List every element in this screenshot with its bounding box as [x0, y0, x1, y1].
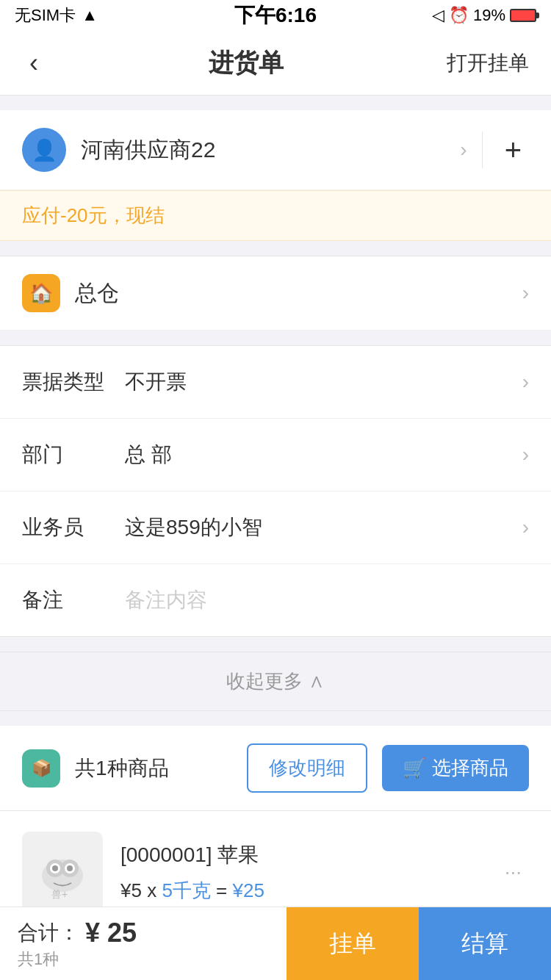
product-image: 兽+ [22, 832, 103, 912]
total-sub: 共1种 [18, 948, 269, 970]
department-chevron-icon: › [522, 443, 529, 466]
invoice-chevron-icon: › [522, 370, 529, 394]
product-quantity: 5千克 [162, 879, 210, 901]
form-row-salesperson[interactable]: 业务员 这是859的小智 › [0, 491, 551, 564]
cart-icon: 🛒 [403, 757, 426, 779]
price-unit: ¥5 [120, 879, 142, 901]
gap-1 [0, 96, 551, 110]
warehouse-row[interactable]: 🏠 总仓 › [0, 256, 551, 331]
location-icon: ◁ [432, 6, 444, 25]
svg-point-5 [52, 865, 58, 871]
form-row-invoice[interactable]: 票据类型 不开票 › [0, 346, 551, 419]
product-count-icon: 📦 [22, 749, 60, 788]
total-amount: ¥ 25 [85, 918, 137, 948]
back-button[interactable]: ‹ [22, 40, 46, 86]
select-product-button[interactable]: 🛒 选择商品 [382, 745, 529, 791]
page-title: 进货单 [209, 46, 284, 80]
checkout-label: 结算 [461, 928, 508, 960]
warehouse-icon: 🏠 [22, 274, 60, 312]
bottom-bar: 合计： ¥ 25 共1种 挂单 结算 [0, 907, 551, 980]
invoice-type-label: 票据类型 [22, 368, 110, 396]
status-right: ◁ ⏰ 19% [432, 6, 536, 25]
checkout-button[interactable]: 结算 [419, 907, 551, 980]
salesperson-value: 这是859的小智 [110, 514, 515, 541]
invoice-type-value: 不开票 [110, 368, 515, 396]
product-total: ¥25 [233, 879, 264, 901]
department-label: 部门 [22, 441, 110, 469]
department-value: 总 部 [110, 441, 515, 469]
form-section: 票据类型 不开票 › 部门 总 部 › 业务员 这是859的小智 › 备注 备注… [0, 345, 551, 637]
supplier-chevron-icon: › [460, 138, 467, 162]
product-header: 📦 共1种商品 修改明细 🛒 选择商品 [0, 726, 551, 811]
product-title: 苹果 [217, 843, 259, 866]
svg-point-6 [67, 865, 73, 871]
battery-icon [510, 9, 536, 22]
remark-label: 备注 [22, 586, 110, 614]
total-label: 合计： [18, 919, 79, 947]
status-left: 无SIM卡 ▲ [15, 4, 98, 26]
form-row-remark[interactable]: 备注 备注内容 [0, 564, 551, 636]
gap-4 [0, 711, 551, 726]
product-count-text: 共1种商品 [75, 754, 232, 782]
hang-label: 挂单 [329, 928, 376, 960]
divider [482, 131, 483, 168]
edit-detail-button[interactable]: 修改明细 [247, 743, 367, 793]
supplier-name: 河南供应商22 [81, 135, 453, 165]
battery-percent: 19% [473, 6, 505, 25]
salesperson-label: 业务员 [22, 514, 110, 541]
notice-bar: 应付-20元，现结 [0, 190, 551, 241]
alarm-icon: ⏰ [449, 6, 469, 25]
supplier-row[interactable]: 👤 河南供应商22 › + [0, 110, 551, 190]
product-id: [0000001] [120, 843, 212, 866]
salesperson-chevron-icon: › [522, 516, 529, 539]
supplier-avatar: 👤 [22, 128, 66, 172]
hang-button[interactable]: 挂单 [287, 907, 419, 980]
gap-2 [0, 241, 551, 256]
total-area: 合计： ¥ 25 共1种 [0, 907, 287, 980]
product-thumbnail: 兽+ [22, 832, 103, 912]
total-main: 合计： ¥ 25 [18, 918, 269, 948]
product-price: ¥5 x 5千克 = ¥25 [120, 878, 480, 904]
select-product-label: 选择商品 [432, 755, 508, 781]
warehouse-chevron-icon: › [522, 281, 529, 305]
open-hang-button[interactable]: 打开挂单 [447, 49, 529, 77]
wifi-icon: ▲ [82, 6, 98, 25]
remark-input[interactable]: 备注内容 [110, 586, 529, 614]
add-button[interactable]: + [497, 134, 529, 167]
status-bar: 无SIM卡 ▲ 下午6:16 ◁ ⏰ 19% [0, 0, 551, 31]
notice-text: 应付-20元，现结 [22, 204, 165, 226]
collapse-label: 收起更多 ∧ [226, 670, 324, 692]
collapse-button[interactable]: 收起更多 ∧ [0, 652, 551, 711]
nav-bar: ‹ 进货单 打开挂单 [0, 31, 551, 96]
form-row-department[interactable]: 部门 总 部 › [0, 419, 551, 491]
product-name: [0000001] 苹果 [120, 841, 480, 869]
svg-text:兽+: 兽+ [51, 888, 68, 900]
product-more-button[interactable]: ··· [497, 853, 529, 891]
status-time: 下午6:16 [234, 1, 317, 29]
warehouse-name: 总仓 [75, 278, 515, 309]
avatar-icon: 👤 [32, 138, 57, 162]
product-info: [0000001] 苹果 ¥5 x 5千克 = ¥25 [120, 841, 480, 904]
carrier-label: 无SIM卡 [15, 4, 76, 26]
gap-3 [0, 331, 551, 345]
